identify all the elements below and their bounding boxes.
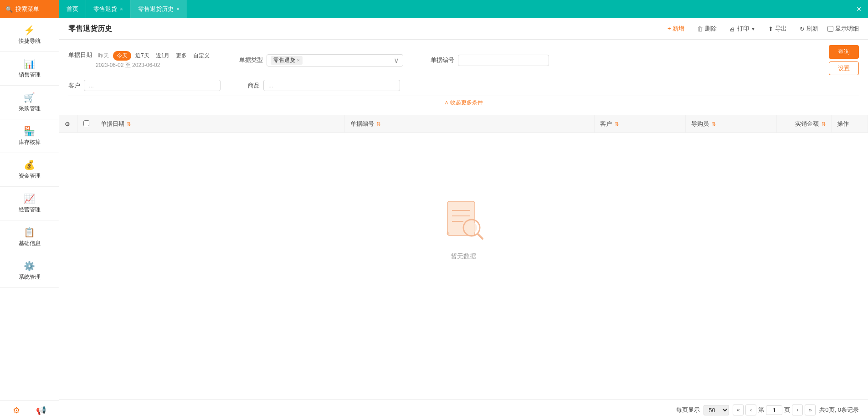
date-opt-7days[interactable]: 近7天	[133, 51, 152, 61]
svg-point-5	[466, 222, 477, 233]
date-options-group: 昨天 今天 近7天 近1月 更多 自定义 2023-06-02 至 2023-0…	[96, 51, 212, 69]
sidebar-item-basic-info-label: 基础信息	[19, 240, 41, 247]
date-opt-custom[interactable]: 自定义	[191, 51, 212, 61]
search-menu-btn[interactable]: 🔍 搜索菜单	[0, 0, 59, 18]
bill-type-label: 单据类型	[239, 56, 263, 64]
date-opt-today[interactable]: 今天	[113, 51, 131, 61]
data-table: ⚙ 单据日期 ⇅ 单据编号 ⇅	[59, 115, 868, 324]
sidebar-item-sales[interactable]: 📊 销售管理	[0, 52, 59, 86]
first-page-btn[interactable]: «	[733, 405, 744, 415]
page-num-label: 第	[758, 406, 764, 414]
new-btn[interactable]: + 新增	[664, 23, 688, 35]
search-menu-label: 搜索菜单	[15, 5, 39, 13]
sidebar-item-operations[interactable]: 📈 经营管理	[0, 187, 59, 220]
date-opt-more[interactable]: 更多	[174, 51, 189, 61]
goods-placeholder: ...	[268, 82, 273, 89]
pagination: 每页显示 50 10 20 100 « ‹ 第 页 › » 共0页, 0条记录	[59, 400, 868, 420]
empty-cell: 暂无数据	[59, 133, 868, 325]
date-filter-label: 单据日期	[68, 51, 92, 59]
finance-icon: 💰	[24, 159, 35, 170]
bill-no-input[interactable]	[458, 55, 549, 66]
tab-home-label: 首页	[67, 5, 78, 13]
main-layout: ⚡ 快捷导航 📊 销售管理 🛒 采购管理 🏪 库存核算 💰 资金管理 📈 经营管…	[0, 18, 868, 420]
page-nav: « ‹ 第 页 › »	[733, 405, 816, 415]
filter-actions: 查询 设置	[829, 45, 859, 75]
sort-customer-icon: ⇅	[615, 121, 619, 127]
refresh-btn[interactable]: ↻ 刷新	[796, 23, 822, 35]
next-page-btn[interactable]: ›	[792, 405, 803, 415]
sidebar-item-basic-info[interactable]: 📋 基础信息	[0, 220, 59, 254]
query-btn[interactable]: 查询	[829, 45, 859, 59]
print-btn[interactable]: 🖨 打印 ▼	[726, 23, 759, 35]
tabs-area: 首页 零售退货 × 零售退货历史 ×	[59, 0, 850, 18]
tab-retail-return-history-close[interactable]: ×	[176, 6, 180, 12]
tab-retail-return-history[interactable]: 零售退货历史 ×	[131, 0, 187, 18]
show-detail-checkbox[interactable]	[827, 26, 833, 32]
setting-btn[interactable]: 设置	[829, 61, 859, 75]
header-actions: + 新增 🗑 删除 🖨 打印 ▼ ⬆ 导出 ↻ 刷新	[664, 23, 859, 35]
empty-illustration	[441, 197, 486, 247]
refresh-icon: ↻	[800, 26, 805, 32]
date-filter-group: 单据日期 昨天 今天 近7天 近1月 更多 自定义 2023-06-02 至 2…	[68, 51, 212, 69]
sidebar-item-finance-label: 资金管理	[19, 172, 41, 180]
show-detail-checkbox-label[interactable]: 显示明细	[827, 25, 859, 33]
filter-row-1: 单据日期 昨天 今天 近7天 近1月 更多 自定义 2023-06-02 至 2…	[68, 45, 859, 75]
page-label: 页	[784, 406, 790, 414]
th-bill-date[interactable]: 单据日期 ⇅	[95, 115, 344, 133]
page-size-select[interactable]: 50 10 20 100	[704, 405, 729, 415]
delete-icon: 🗑	[697, 26, 703, 32]
sort-bill-date-icon: ⇅	[127, 121, 131, 127]
sidebar-item-purchase[interactable]: 🛒 采购管理	[0, 86, 59, 119]
sort-bill-no-icon: ⇅	[376, 121, 380, 127]
th-customer[interactable]: 客户 ⇅	[595, 115, 686, 133]
bill-type-tag: 零售退货 ×	[271, 56, 302, 65]
prev-page-btn[interactable]: ‹	[745, 405, 756, 415]
th-action-label: 操作	[837, 120, 849, 127]
date-opt-yesterday[interactable]: 昨天	[96, 51, 111, 61]
th-bill-no[interactable]: 单据编号 ⇅	[344, 115, 594, 133]
goods-filter-group: 商品 ...	[248, 80, 400, 91]
sidebar-item-quick-nav-label: 快捷导航	[19, 37, 41, 45]
delete-btn[interactable]: 🗑 删除	[693, 23, 720, 35]
date-opt-1month[interactable]: 近1月	[154, 51, 172, 61]
settings-icon: ⚙	[65, 121, 70, 128]
tab-retail-return-close[interactable]: ×	[120, 6, 123, 12]
sidebar-item-inventory[interactable]: 🏪 库存核算	[0, 119, 59, 153]
top-bar: 🔍 搜索菜单 首页 零售退货 × 零售退货历史 × ×	[0, 0, 868, 18]
table-header-row: ⚙ 单据日期 ⇅ 单据编号 ⇅	[59, 115, 868, 133]
th-amount-label: 实销金额	[795, 120, 819, 127]
empty-text: 暂无数据	[451, 252, 476, 261]
sidebar-item-quick-nav[interactable]: ⚡ 快捷导航	[0, 18, 59, 52]
page-input[interactable]	[766, 405, 782, 415]
speaker-icon[interactable]: 📢	[36, 405, 46, 415]
goods-label: 商品	[248, 82, 260, 90]
tab-home[interactable]: 首页	[59, 0, 86, 18]
sidebar-item-finance[interactable]: 💰 资金管理	[0, 153, 59, 187]
system-icon: ⚙️	[24, 261, 35, 271]
total-label: 共0页, 0条记录	[819, 406, 859, 414]
th-guide[interactable]: 导购员 ⇅	[686, 115, 777, 133]
last-page-btn[interactable]: »	[805, 405, 816, 415]
purchase-icon: 🛒	[24, 92, 35, 103]
sidebar-item-system[interactable]: ⚙️ 系统管理	[0, 254, 59, 288]
th-checkbox[interactable]	[77, 115, 95, 133]
print-btn-label: 打印	[737, 25, 749, 33]
collapse-label: ∧ 收起更多条件	[444, 99, 483, 106]
bill-type-input[interactable]: 零售退货 × ∨	[267, 54, 403, 67]
customer-input[interactable]: ...	[84, 80, 221, 91]
export-btn[interactable]: ⬆ 导出	[765, 23, 791, 35]
bill-type-tag-remove[interactable]: ×	[297, 57, 299, 63]
settings-icon[interactable]: ⚙	[13, 405, 20, 415]
search-icon: 🔍	[5, 6, 13, 13]
collapse-bar[interactable]: ∧ 收起更多条件	[68, 96, 859, 109]
empty-state: 暂无数据	[59, 160, 868, 297]
select-all-checkbox[interactable]	[83, 120, 89, 126]
th-amount[interactable]: 实销金额 ⇅	[777, 115, 832, 133]
tab-retail-return[interactable]: 零售退货 ×	[86, 0, 131, 18]
print-chevron-icon: ▼	[751, 26, 755, 31]
operations-icon: 📈	[24, 193, 35, 204]
tab-retail-return-history-label: 零售退货历史	[138, 5, 174, 13]
window-close-btn[interactable]: ×	[850, 0, 868, 18]
goods-input[interactable]: ...	[263, 80, 400, 91]
th-settings[interactable]: ⚙	[59, 115, 77, 133]
